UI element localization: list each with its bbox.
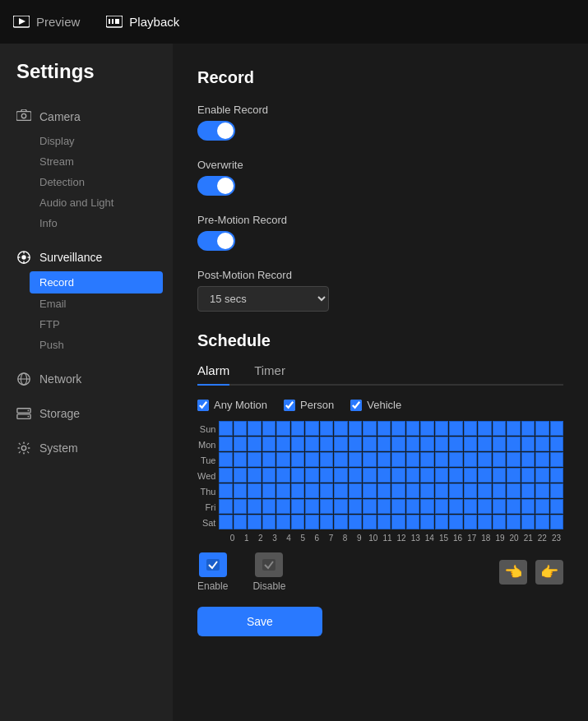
grid-cell-wed-7[interactable] — [320, 468, 333, 483]
grid-cell-sun-16[interactable] — [449, 421, 462, 436]
sidebar-item-record[interactable]: Record — [30, 271, 163, 293]
grid-cell-sun-1[interactable] — [234, 421, 247, 436]
grid-cell-fri-5[interactable] — [291, 499, 304, 514]
grid-cell-tue-11[interactable] — [377, 452, 391, 467]
grid-cell-thu-21[interactable] — [521, 483, 535, 498]
grid-cell-tue-12[interactable] — [391, 452, 405, 467]
grid-cell-wed-4[interactable] — [276, 468, 289, 483]
grid-cell-mon-0[interactable] — [219, 437, 232, 451]
grid-cell-sun-10[interactable] — [363, 421, 376, 436]
grid-cell-wed-21[interactable] — [521, 468, 535, 483]
grid-cell-sun-8[interactable] — [334, 421, 347, 436]
grid-cell-wed-16[interactable] — [449, 468, 462, 483]
grid-cell-thu-1[interactable] — [234, 483, 247, 498]
any-motion-checkbox[interactable] — [197, 400, 209, 411]
grid-cell-fri-20[interactable] — [507, 499, 520, 514]
grid-cell-thu-22[interactable] — [535, 483, 549, 498]
grid-cell-sun-9[interactable] — [349, 421, 362, 436]
grid-cell-tue-2[interactable] — [248, 452, 261, 467]
grid-cell-fri-19[interactable] — [493, 499, 506, 514]
playback-nav[interactable]: Playback — [106, 15, 179, 29]
grid-cell-sat-19[interactable] — [493, 515, 506, 529]
grid-cell-tue-0[interactable] — [219, 452, 232, 467]
grid-cell-mon-16[interactable] — [449, 437, 462, 451]
sidebar-item-network[interactable]: Network — [0, 365, 173, 393]
grid-cell-thu-20[interactable] — [507, 483, 520, 498]
grid-cell-fri-7[interactable] — [320, 499, 333, 514]
grid-cell-wed-13[interactable] — [406, 468, 419, 483]
prev-arrow-btn[interactable]: 👈 — [499, 560, 527, 585]
grid-cell-tue-18[interactable] — [478, 452, 491, 467]
grid-cell-tue-15[interactable] — [435, 452, 448, 467]
grid-cell-wed-22[interactable] — [535, 468, 549, 483]
grid-cell-mon-1[interactable] — [234, 437, 247, 451]
grid-cell-tue-17[interactable] — [464, 452, 477, 467]
grid-cell-sat-1[interactable] — [234, 515, 247, 529]
grid-cell-fri-8[interactable] — [334, 499, 347, 514]
grid-cell-fri-10[interactable] — [363, 499, 376, 514]
grid-cell-mon-15[interactable] — [435, 437, 448, 451]
grid-cell-mon-20[interactable] — [507, 437, 520, 451]
grid-cell-mon-14[interactable] — [420, 437, 433, 451]
grid-cell-mon-21[interactable] — [521, 437, 535, 451]
sidebar-item-system[interactable]: System — [0, 434, 173, 462]
sidebar-item-storage[interactable]: Storage — [0, 400, 173, 428]
grid-cell-sat-14[interactable] — [420, 515, 433, 529]
grid-cell-mon-10[interactable] — [363, 437, 376, 451]
grid-cell-wed-9[interactable] — [349, 468, 362, 483]
grid-cell-sun-4[interactable] — [276, 421, 289, 436]
grid-cell-thu-4[interactable] — [276, 483, 289, 498]
grid-cell-tue-4[interactable] — [276, 452, 289, 467]
grid-cell-mon-12[interactable] — [391, 437, 405, 451]
grid-cell-sat-3[interactable] — [262, 515, 275, 529]
grid-cell-tue-23[interactable] — [550, 452, 563, 467]
grid-cell-sat-5[interactable] — [291, 515, 304, 529]
grid-cell-tue-21[interactable] — [521, 452, 535, 467]
grid-cell-thu-16[interactable] — [449, 483, 462, 498]
grid-cell-fri-11[interactable] — [377, 499, 391, 514]
sidebar-item-push[interactable]: Push — [39, 335, 173, 355]
grid-cell-sun-17[interactable] — [464, 421, 477, 436]
grid-cell-mon-23[interactable] — [550, 437, 563, 451]
grid-cell-fri-13[interactable] — [406, 499, 419, 514]
sidebar-item-info[interactable]: Info — [39, 213, 173, 233]
grid-cell-thu-17[interactable] — [464, 483, 477, 498]
checkbox-any-motion[interactable]: Any Motion — [197, 399, 267, 411]
grid-cell-mon-4[interactable] — [276, 437, 289, 451]
sidebar-item-display[interactable]: Display — [39, 131, 173, 151]
grid-cell-wed-18[interactable] — [478, 468, 491, 483]
grid-cell-wed-23[interactable] — [550, 468, 563, 483]
grid-cell-thu-8[interactable] — [334, 483, 347, 498]
sidebar-item-stream[interactable]: Stream — [39, 151, 173, 172]
post-motion-select[interactable]: 5 secs 10 secs 15 secs 30 secs 60 secs — [197, 286, 329, 312]
grid-cell-sat-8[interactable] — [334, 515, 347, 529]
grid-cell-thu-12[interactable] — [391, 483, 405, 498]
grid-cell-sat-15[interactable] — [435, 515, 448, 529]
grid-cell-tue-13[interactable] — [406, 452, 419, 467]
grid-cell-wed-0[interactable] — [219, 468, 232, 483]
grid-cell-mon-5[interactable] — [291, 437, 304, 451]
sidebar-item-camera[interactable]: Camera — [0, 103, 173, 131]
grid-cell-fri-1[interactable] — [234, 499, 247, 514]
grid-cell-fri-14[interactable] — [420, 499, 433, 514]
grid-cell-sat-0[interactable] — [219, 515, 232, 529]
grid-cell-wed-11[interactable] — [377, 468, 391, 483]
grid-cell-thu-11[interactable] — [377, 483, 391, 498]
grid-cell-sat-18[interactable] — [478, 515, 491, 529]
grid-cell-sat-23[interactable] — [550, 515, 563, 529]
grid-cell-thu-23[interactable] — [550, 483, 563, 498]
grid-cell-tue-5[interactable] — [291, 452, 304, 467]
sidebar-item-ftp[interactable]: FTP — [39, 314, 173, 335]
enable-record-toggle[interactable] — [197, 121, 235, 141]
grid-cell-fri-16[interactable] — [449, 499, 462, 514]
grid-cell-sat-20[interactable] — [507, 515, 520, 529]
grid-cell-tue-3[interactable] — [262, 452, 275, 467]
grid-cell-mon-8[interactable] — [334, 437, 347, 451]
grid-cell-thu-0[interactable] — [219, 483, 232, 498]
grid-cell-mon-18[interactable] — [478, 437, 491, 451]
grid-cell-fri-12[interactable] — [391, 499, 405, 514]
grid-cell-wed-6[interactable] — [305, 468, 318, 483]
grid-cell-sat-16[interactable] — [449, 515, 462, 529]
grid-cell-tue-9[interactable] — [349, 452, 362, 467]
grid-cell-wed-2[interactable] — [248, 468, 261, 483]
